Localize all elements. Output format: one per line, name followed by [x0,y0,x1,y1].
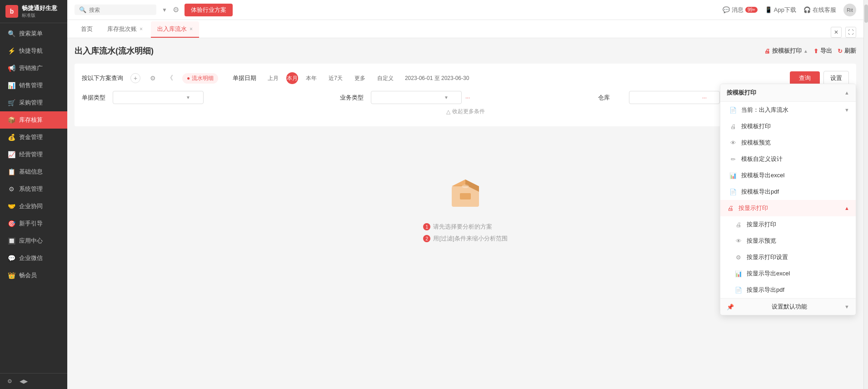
date-btn-7days[interactable]: 近7天 [324,73,347,84]
sidebar-nav: 🔍 搜索菜单 ⚡ 快捷导航 📢 营销推广 📊 销售管理 🛒 采购管理 📦 库存核… [0,23,67,373]
filter-scheme-label: 按以下方案查询 [82,74,123,82]
sidebar-item-label-inventory: 库存核算 [19,116,43,124]
bill-type-select[interactable]: ▼ [113,91,204,104]
warehouse-select[interactable]: ··· [629,91,720,104]
sidebar-item-label-purchase: 采购管理 [19,99,43,107]
sidebar-item-basic[interactable]: 📋 基础信息 [0,163,67,180]
tab-batch[interactable]: 库存批次账 × [101,21,149,38]
dropdown-template-export-excel[interactable]: 📊 按模板导出excel [720,167,856,184]
app-download-btn[interactable]: 📱 App下载 [765,6,796,14]
sidebar-item-cooperation[interactable]: 🤝 企业协同 [0,198,67,215]
sidebar-item-system[interactable]: ⚙ 系统管理 [0,180,67,198]
tab-home[interactable]: 首页 [75,21,99,38]
sales-icon: 📊 [7,81,15,90]
query-btn[interactable]: 查询 [790,71,820,85]
sidebar: b 畅捷通好生意 标准版 🔍 搜索菜单 ⚡ 快捷导航 📢 营销推广 📊 销售管理… [0,0,67,389]
logo-text: 畅捷通好生意 标准版 [22,5,57,18]
dropdown-display-print-settings[interactable]: ⚙ 按显示打印设置 [720,249,856,265]
sidebar-item-marketing[interactable]: 📢 营销推广 [0,60,67,77]
date-btn-this-year[interactable]: 本年 [302,73,321,84]
dropdown-display-print[interactable]: 🖨 按显示打印 [720,216,856,233]
display-settings-icon: ⚙ [735,254,742,261]
sidebar-item-finance[interactable]: 💰 资金管理 [0,129,67,146]
sidebar-item-wechat[interactable]: 💬 企业微信 [0,249,67,267]
pdf-icon: 📄 [729,188,737,195]
export-btn[interactable]: ⬆ 导出 [813,47,832,55]
sidebar-item-purchase[interactable]: 🛒 采购管理 [0,94,67,111]
topbar-dropdown-btn[interactable]: ▼ [162,7,167,13]
refresh-btn[interactable]: ↻ 刷新 [838,47,856,55]
dropdown-display-export-excel[interactable]: 📊 按显示导出excel [720,265,856,282]
cooperation-icon: 🤝 [7,202,15,210]
template-print-btn[interactable]: 🖨 按模板打印 ▲ [764,47,808,55]
business-type-select[interactable]: ▼ [371,91,462,104]
sidebar-item-app_center[interactable]: 🔲 应用中心 [0,232,67,249]
sidebar-item-newbie[interactable]: 🎯 新手引导 [0,215,67,232]
scrollbar-thumb[interactable] [864,5,868,23]
sidebar-item-label-finance: 资金管理 [19,133,43,141]
dropdown-template-export-pdf[interactable]: 📄 按模板导出pdf [720,184,856,200]
business-type-more-btn[interactable]: ··· [465,95,470,101]
sidebar-settings-btn[interactable]: ⚙ [7,378,12,384]
tab-inout-close[interactable]: × [190,26,193,32]
dropdown-template-preview[interactable]: 👁 按模板预览 [720,135,856,151]
sidebar-item-sales[interactable]: 📊 销售管理 [0,77,67,94]
filter-add-btn[interactable]: + [130,73,140,83]
dropdown-current[interactable]: 📄 当前：出入库流水 ▼ [720,102,856,118]
sidebar-logo: b 畅捷通好生意 标准版 [0,0,67,23]
display-excel-icon: 📊 [735,270,742,277]
user-menu-btn[interactable]: Rit [843,4,856,16]
sidebar-item-operation[interactable]: 📈 经营管理 [0,146,67,163]
dropdown-template-custom[interactable]: ✏ 模板自定义设计 [720,151,856,167]
filter-collapse-btn[interactable]: 《 [165,73,175,83]
online-service-btn[interactable]: 🎧 在线客服 [803,6,836,14]
tip-num-1: 1 [423,223,430,230]
date-btn-last-month[interactable]: 上月 [264,73,283,84]
date-btn-custom[interactable]: 自定义 [373,73,398,84]
sidebar-item-inventory[interactable]: 📦 库存核算 [0,111,67,129]
wechat-icon: 💬 [7,254,15,262]
sidebar-collapse-btn[interactable]: ◀▶ [20,378,28,384]
tab-close-btn[interactable]: ✕ [831,27,842,38]
sidebar-item-member[interactable]: 👑 畅会员 [0,267,67,284]
empty-icon [443,168,488,214]
topbar-gear-btn[interactable]: ⚙ [173,5,179,14]
display-preview-icon: 👁 [735,237,742,244]
headset-icon: 🎧 [803,6,811,13]
tabs-bar: 首页 库存批次账 × 出入库流水 × ✕ ⛶ [67,20,863,38]
edition-label: 标准版 [22,12,57,18]
topbar-search-box: 🔍 [75,5,156,15]
date-btn-more[interactable]: 更多 [350,73,369,84]
dropdown-close-btn[interactable]: ▲ [844,90,849,95]
dropdown-footer[interactable]: 📌 设置默认功能 ▼ [720,298,856,315]
dropdown-template-print[interactable]: 🖨 按模板打印 [720,118,856,135]
warehouse-more-btn[interactable]: ··· [702,95,707,101]
tab-inout[interactable]: 出入库流水 × [151,21,199,38]
bill-type-field: 单据类型 ▼ [82,91,333,104]
search-input[interactable] [89,7,144,13]
date-range-display: 2023-06-01 至 2023-06-30 [405,75,469,82]
purchase-icon: 🛒 [7,99,15,107]
messages-btn[interactable]: 💬 消息 99+ [723,6,758,14]
right-scrollbar[interactable] [863,0,868,389]
svg-rect-3 [460,193,471,199]
page-title-actions: 🖨 按模板打印 ▲ ⬆ 导出 ↻ 刷新 [764,47,856,55]
print-icon: 🖨 [729,123,737,130]
industry-btn[interactable]: 体验行业方案 [185,4,233,16]
tab-expand-btn[interactable]: ⛶ [845,27,856,38]
sidebar-item-shortcut[interactable]: ⚡ 快捷导航 [0,42,67,60]
filter-config-btn[interactable]: ⚙ [148,73,158,83]
excel-icon: 📊 [729,172,737,179]
dropdown-section-display[interactable]: 🖨 按显示打印 ▲ [720,200,856,216]
bill-type-label: 单据类型 [82,94,109,102]
tab-batch-close[interactable]: × [140,26,143,32]
business-type-field: 业务类型 ▼ ··· [340,91,591,104]
dropdown-display-export-pdf[interactable]: 📄 按显示导出pdf [720,282,856,298]
messages-badge: 99+ [745,7,758,13]
chevron-up-icon-2: △ [446,109,450,115]
display-pdf-icon: 📄 [735,286,742,294]
dropdown-display-preview[interactable]: 👁 按显示预览 [720,233,856,249]
dropdown-header: 按模板打印 ▲ [720,84,856,102]
date-btn-this-month[interactable]: 本月 [286,72,298,84]
sidebar-item-search[interactable]: 🔍 搜索菜单 [0,25,67,42]
